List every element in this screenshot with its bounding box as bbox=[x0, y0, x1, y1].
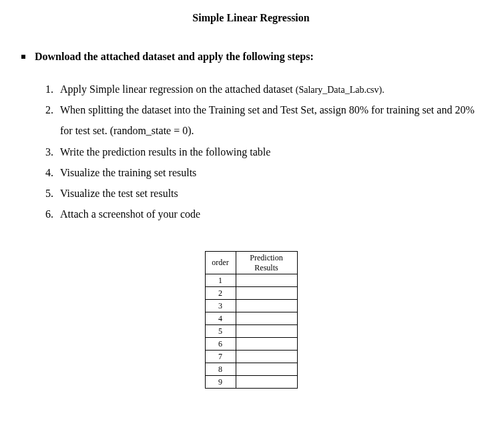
step-number: 2. bbox=[45, 99, 60, 141]
prediction-table: order Prediction Results 1 2 3 4 5 6 7 8… bbox=[205, 251, 298, 389]
pred-cell bbox=[236, 351, 297, 363]
step-text: Attach a screenshot of your code bbox=[60, 204, 475, 224]
table-row: 6 bbox=[205, 338, 297, 351]
table-row: 5 bbox=[205, 325, 297, 338]
step-number: 3. bbox=[45, 142, 60, 162]
header-order: order bbox=[205, 252, 236, 274]
step-text: Write the prediction results in the foll… bbox=[60, 142, 475, 162]
bullet-instruction: Download the attached dataset and apply … bbox=[21, 51, 475, 63]
table-row: 4 bbox=[205, 312, 297, 325]
step-text: Visualize the training set results bbox=[60, 162, 475, 183]
header-pred-line2: Results bbox=[254, 263, 278, 272]
square-bullet-icon bbox=[21, 55, 25, 59]
step-text-main: Apply Simple linear regression on the at… bbox=[60, 83, 296, 95]
step-1: 1. Apply Simple linear regression on the… bbox=[45, 79, 475, 99]
order-cell: 3 bbox=[205, 300, 236, 312]
steps-list: 1. Apply Simple linear regression on the… bbox=[45, 79, 475, 224]
header-prediction: Prediction Results bbox=[236, 252, 297, 274]
step-6: 6. Attach a screenshot of your code bbox=[45, 204, 475, 224]
step-4: 4. Visualize the training set results bbox=[45, 162, 475, 183]
step-number: 4. bbox=[45, 162, 60, 183]
table-row: 7 bbox=[205, 351, 297, 363]
order-cell: 8 bbox=[205, 363, 236, 376]
step-text: When splitting the dataset into the Trai… bbox=[60, 99, 475, 141]
table-wrap: order Prediction Results 1 2 3 4 5 6 7 8… bbox=[27, 251, 475, 389]
table-row: 8 bbox=[205, 363, 297, 376]
order-cell: 9 bbox=[205, 376, 236, 389]
order-cell: 6 bbox=[205, 338, 236, 351]
table-row: 9 bbox=[205, 376, 297, 389]
step-number: 1. bbox=[45, 79, 60, 99]
table-row: 1 bbox=[205, 274, 297, 287]
pred-cell bbox=[236, 338, 297, 351]
step-text-small: (Salary_Data_Lab.csv). bbox=[296, 85, 385, 95]
table-row: 2 bbox=[205, 287, 297, 300]
step-text: Visualize the test set results bbox=[60, 183, 475, 204]
table-row: 3 bbox=[205, 300, 297, 312]
order-cell: 7 bbox=[205, 351, 236, 363]
order-cell: 1 bbox=[205, 274, 236, 287]
step-3: 3. Write the prediction results in the f… bbox=[45, 142, 475, 162]
pred-cell bbox=[236, 300, 297, 312]
bullet-text: Download the attached dataset and apply … bbox=[35, 51, 314, 63]
step-number: 5. bbox=[45, 183, 60, 204]
page-title: Simple Linear Regression bbox=[93, 12, 409, 24]
pred-cell bbox=[236, 376, 297, 389]
step-text: Apply Simple linear regression on the at… bbox=[60, 79, 475, 99]
pred-cell bbox=[236, 325, 297, 338]
step-number: 6. bbox=[45, 204, 60, 224]
table-header-row: order Prediction Results bbox=[205, 252, 297, 274]
pred-cell bbox=[236, 363, 297, 376]
pred-cell bbox=[236, 287, 297, 300]
pred-cell bbox=[236, 312, 297, 325]
order-cell: 2 bbox=[205, 287, 236, 300]
header-pred-line1: Prediction bbox=[250, 253, 282, 262]
pred-cell bbox=[236, 274, 297, 287]
order-cell: 5 bbox=[205, 325, 236, 338]
step-2: 2. When splitting the dataset into the T… bbox=[45, 99, 475, 141]
order-cell: 4 bbox=[205, 312, 236, 325]
step-5: 5. Visualize the test set results bbox=[45, 183, 475, 204]
